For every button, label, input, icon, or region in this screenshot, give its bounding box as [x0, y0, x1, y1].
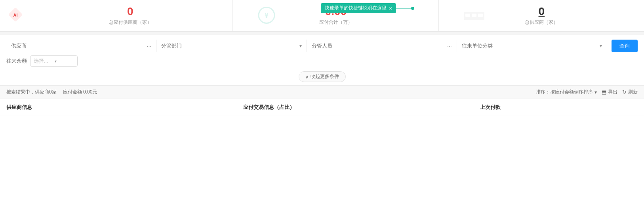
refresh-button[interactable]: ↻ 刷新 — [622, 89, 638, 95]
filter-row-2: 往来余额 选择... ▾ — [6, 55, 638, 67]
col-lastpay-header: 上次付款 — [480, 104, 638, 111]
result-actions: 排序：按应付会额倒序排序 ▾ ⬒ 导出 ↻ 刷新 — [536, 89, 638, 95]
filter-person-input[interactable] — [335, 43, 446, 49]
sort-label: 排序：按应付会额倒序排序 — [536, 89, 593, 95]
filter-row-1: 供应商 ··· 分管部门 ▾ 分管人员 ··· 往来单位分类 ▾ 查询 — [6, 40, 638, 52]
filter-dept-input[interactable] — [185, 43, 297, 49]
stat-total-payable-suppliers-value: 0 — [127, 6, 133, 18]
stat-payable-total-label: 应付合计（万） — [319, 19, 352, 26]
export-label: 导出 — [608, 89, 617, 95]
filter-dept-arrow[interactable]: ▾ — [299, 43, 302, 49]
svg-rect-5 — [465, 13, 470, 17]
export-button[interactable]: ⬒ 导出 — [602, 89, 617, 95]
col-supplier-header: 供应商信息 — [6, 104, 243, 111]
filter-person-dots[interactable]: ··· — [447, 43, 452, 49]
stat-total-suppliers-value: 0 — [539, 6, 545, 18]
table-header: 供应商信息 应付交易信息（占比） 上次付款 — [0, 99, 644, 116]
coin-icon: ¥ — [257, 6, 276, 26]
svg-text:Ai: Ai — [13, 13, 18, 17]
stat-payable-total: 快速录单的快捷键说明在这里 × ¥ 0.00 应付合计（万） — [233, 0, 438, 31]
tooltip-close-button[interactable]: × — [389, 5, 392, 11]
refresh-icon: ↻ — [622, 89, 627, 95]
result-suppliers-text: 搜索结果中，供应商0家 — [6, 89, 57, 95]
result-bar: 搜索结果中，供应商0家 应付金额 0.00元 排序：按应付会额倒序排序 ▾ ⬒ … — [0, 86, 644, 99]
sort-arrow: ▾ — [594, 90, 597, 95]
result-amount-text: 应付金额 0.00元 — [63, 89, 97, 95]
filter-balance-label: 往来余额 — [6, 57, 27, 65]
table-body — [0, 116, 644, 204]
filter-unit-field: 往来单位分类 ▾ — [457, 40, 607, 52]
svg-rect-7 — [478, 13, 483, 17]
logo-diamond: Ai — [7, 6, 24, 24]
svg-rect-6 — [472, 13, 476, 17]
filter-unit-label: 往来单位分类 — [462, 42, 493, 50]
collapse-label: 收起更多条件 — [311, 73, 339, 80]
filter-bar: 供应商 ··· 分管部门 ▾ 分管人员 ··· 往来单位分类 ▾ 查询 往来余额… — [0, 35, 644, 86]
filter-balance-arrow: ▾ — [55, 59, 74, 63]
result-info: 搜索结果中，供应商0家 应付金额 0.00元 — [6, 89, 97, 95]
filter-supplier-dots[interactable]: ··· — [147, 43, 152, 49]
stat-total-payable-suppliers: 0 总应付供应商（家） — [0, 0, 233, 31]
filter-supplier-input[interactable] — [30, 43, 145, 49]
collapse-button[interactable]: ∧ 收起更多条件 — [299, 71, 346, 82]
refresh-label: 刷新 — [628, 89, 638, 95]
filter-person-field: 分管人员 ··· — [307, 40, 457, 52]
filter-supplier-field: 供应商 ··· — [6, 40, 156, 52]
filter-unit-arrow[interactable]: ▾ — [600, 43, 602, 49]
export-icon: ⬒ — [602, 89, 606, 95]
tooltip-text: 快速录单的快捷键说明在这里 — [325, 5, 387, 11]
stats-bar: Ai 0 总应付供应商（家） 快速录单的快捷键说明在这里 × ¥ 0.00 应付… — [0, 0, 644, 32]
svg-text:¥: ¥ — [265, 11, 269, 19]
filter-unit-input[interactable] — [496, 43, 598, 49]
stat-total-suppliers: 0 总供应商（家） — [439, 0, 644, 31]
filter-balance-select[interactable]: 选择... ▾ — [30, 55, 78, 67]
filter-person-label: 分管人员 — [312, 42, 332, 50]
filter-dept-label: 分管部门 — [161, 42, 182, 50]
sort-button[interactable]: 排序：按应付会额倒序排序 ▾ — [536, 89, 597, 95]
stat-total-suppliers-label: 总供应商（家） — [525, 19, 558, 26]
filter-dept-field: 分管部门 ▾ — [156, 40, 307, 52]
collapse-btn-wrapper: ∧ 收起更多条件 — [6, 70, 638, 82]
collapse-icon: ∧ — [305, 74, 309, 80]
col-payable-header: 应付交易信息（占比） — [243, 104, 480, 111]
stat-total-payable-suppliers-label: 总应付供应商（家） — [109, 19, 152, 26]
filter-supplier-label: 供应商 — [11, 42, 27, 50]
tooltip-dot — [411, 7, 414, 10]
supplier-icon — [463, 9, 485, 23]
query-button[interactable]: 查询 — [612, 40, 638, 52]
tooltip-bubble: 快速录单的快捷键说明在这里 × — [321, 3, 396, 13]
filter-balance-placeholder: 选择... — [34, 57, 53, 65]
